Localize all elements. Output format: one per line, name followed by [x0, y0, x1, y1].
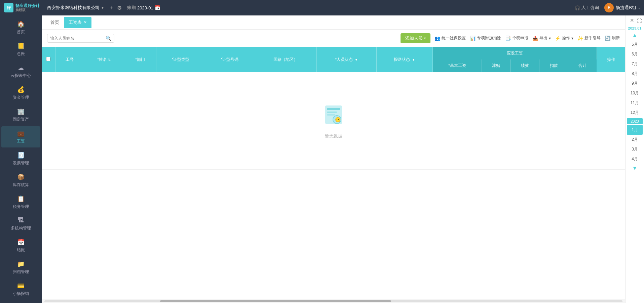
th-salary-group: 应发工资 — [433, 47, 597, 59]
content-area: 首页 工资表 ✕ 🔍 添加人员 ▾ 👥 统一社保设置 — [42, 15, 625, 303]
tax-report-button[interactable]: 📑 个税申报 — [505, 35, 528, 41]
tab-salary[interactable]: 工资表 ✕ — [64, 17, 91, 28]
month-item-9[interactable]: 9月 — [626, 79, 644, 88]
month-item-6[interactable]: 6月 — [626, 49, 644, 59]
special-deduct-button[interactable]: 📊 专项附加扣除 — [470, 35, 501, 41]
sidebar-label-archive: 归档管理 — [13, 269, 29, 275]
th-country: 国籍（地区） — [254, 47, 317, 72]
sidebar-item-finance[interactable]: 💰 资金管理 — [1, 83, 40, 104]
sidebar-item-home[interactable]: 🏠 首页 — [1, 17, 40, 38]
month-item-2[interactable]: 2月 — [626, 135, 644, 144]
sidebar-item-expense[interactable]: 💳 小畅报销 — [1, 279, 40, 300]
svg-rect-1 — [327, 108, 340, 110]
export-icon: 📤 — [532, 36, 538, 41]
toolbar-right: 添加人员 ▾ 👥 统一社保设置 📊 专项附加扣除 📑 个税申报 📤 — [401, 33, 620, 43]
sidebar-item-assets[interactable]: 🏢 固定资产 — [1, 104, 40, 126]
month-item-11[interactable]: 11月 — [626, 98, 644, 108]
sidebar-item-report[interactable]: ☁ 云报表中心 — [1, 61, 40, 82]
sidebar-label-finance: 资金管理 — [13, 95, 29, 100]
operate-icon: ⚡ — [555, 36, 561, 41]
status-filter-icon[interactable]: ▼ — [354, 58, 358, 61]
month-item-5[interactable]: 5月 — [626, 40, 644, 49]
add-company-button[interactable]: ＋ — [109, 4, 114, 11]
export-button[interactable]: 📤 导出 ▾ — [532, 35, 551, 41]
month-scroll: ▲ 5月 6月 7月 8月 9月 10月 11月 12月 2023 1月 2月 … — [626, 31, 644, 303]
sidebar-item-inventory[interactable]: 📦 库存核算 — [1, 170, 40, 191]
expense-icon: 💳 — [17, 282, 25, 290]
ledger-icon: 📒 — [17, 42, 25, 50]
tab-home[interactable]: 首页 — [46, 17, 64, 28]
month-item-7[interactable]: 7月 — [626, 59, 644, 69]
chevron-down-icon[interactable]: ▾ — [102, 5, 104, 10]
month-item-10[interactable]: 10月 — [626, 88, 644, 98]
search-wrap[interactable]: 🔍 — [47, 34, 114, 43]
month-item-4[interactable]: 4月 — [626, 154, 644, 164]
sort-icon[interactable]: ⇅ — [108, 58, 111, 61]
operate-arrow: ▾ — [571, 36, 573, 41]
headset-icon: 🎧 — [575, 5, 580, 10]
month-item-12[interactable]: 12月 — [626, 108, 644, 118]
add-person-label: 添加人员 — [405, 35, 423, 41]
th-submit-status[interactable]: 报送状态 ▼ — [376, 47, 433, 72]
sidebar-label-report: 云报表中心 — [11, 73, 31, 79]
company-name: 西安虾米网络科技有限公司 — [47, 5, 100, 11]
close-panel-button[interactable]: ✕ — [630, 17, 634, 24]
operate-button[interactable]: ⚡ 操作 ▾ — [555, 35, 573, 41]
th-status[interactable]: *人员状态 ▼ — [317, 47, 377, 72]
expand-panel-button[interactable]: ⛶ — [637, 17, 642, 24]
th-id-type: *证型类型 — [156, 47, 205, 72]
sidebar-label-expense: 小畅报销 — [13, 291, 29, 297]
scroll-down-icon[interactable]: ▼ — [626, 164, 644, 173]
social-icon: 👥 — [434, 36, 440, 41]
th-checkbox[interactable] — [42, 47, 55, 72]
inventory-icon: 📦 — [17, 173, 25, 181]
period-value: 2023-01 — [137, 5, 153, 10]
social-insurance-button[interactable]: 👥 统一社保设置 — [434, 35, 466, 41]
report-icon: ☁ — [18, 64, 24, 72]
finance-icon: 💰 — [17, 86, 25, 93]
right-panel: ✕ ⛶ 2023.01 ▲ 5月 6月 7月 8月 9月 10月 11月 12月… — [625, 15, 644, 303]
select-all-checkbox[interactable] — [46, 57, 50, 61]
month-item-3[interactable]: 3月 — [626, 144, 644, 154]
sidebar-item-ledger[interactable]: 📒 总账 — [1, 39, 40, 60]
user-info: B 畅捷通B组... — [604, 3, 640, 12]
month-item-8[interactable]: 8月 — [626, 69, 644, 79]
table-body: 😶 暂无数据 — [42, 72, 625, 170]
sidebar-item-invoice[interactable]: 🧾 发票管理 — [1, 148, 40, 169]
add-person-button[interactable]: 添加人员 ▾ — [401, 33, 430, 43]
social-label: 统一社保设置 — [442, 35, 466, 41]
sidebar-item-salary[interactable]: 💼 工资 — [1, 126, 40, 147]
tab-close-button[interactable]: ✕ — [84, 20, 87, 25]
empty-icon: 😶 — [320, 102, 347, 129]
scroll-track[interactable] — [44, 300, 622, 302]
company-selector[interactable]: 西安虾米网络科技有限公司 ▾ — [47, 5, 104, 11]
invoice-icon: 🧾 — [17, 152, 25, 159]
submit-filter-icon[interactable]: ▼ — [412, 58, 415, 61]
guide-button[interactable]: ✨ 新手引导 — [577, 35, 601, 41]
calendar-icon[interactable]: 📅 — [155, 5, 160, 10]
top-header: 好 畅应通好会计 旗舰版 西安虾米网络科技有限公司 ▾ ＋ ⚙ 账期 2023-… — [0, 0, 644, 15]
svg-rect-2 — [327, 112, 337, 113]
guide-label: 新手引导 — [584, 35, 601, 41]
th-id-no: *证型号码 — [205, 47, 254, 72]
settings-icon[interactable]: ⚙ — [117, 5, 122, 11]
sidebar-label-salary: 工资 — [17, 138, 25, 144]
sidebar-item-multi[interactable]: 🏗 多机构管理 — [1, 214, 40, 234]
sidebar-item-tax[interactable]: 📋 税务管理 — [1, 192, 40, 213]
refresh-button[interactable]: 🔄 刷新 — [605, 35, 620, 41]
table-container: 工号 *姓名 ⇅ *部门 *证型类型 *证型号码 国籍（地区） *人员状态 ▼ — [42, 47, 625, 299]
search-input[interactable] — [50, 36, 104, 41]
month-item-1-active[interactable]: 1月 — [627, 125, 643, 135]
sidebar-item-settings[interactable]: ⚙ 基础设置 — [1, 301, 40, 303]
scroll-up-icon[interactable]: ▲ — [626, 31, 644, 40]
empty-cell: 😶 暂无数据 — [42, 72, 625, 170]
sidebar-item-archive[interactable]: 📁 归档管理 — [1, 257, 40, 278]
service-button[interactable]: 🎧 人工咨询 — [575, 5, 599, 11]
sidebar-label-home: 首页 — [17, 29, 25, 35]
sidebar-item-close[interactable]: 📅 结账 — [1, 235, 40, 256]
th-name[interactable]: *姓名 ⇅ — [84, 47, 124, 72]
logo-area: 好 畅应通好会计 旗舰版 — [4, 3, 44, 12]
sidebar-label-multi: 多机构管理 — [11, 225, 31, 231]
export-arrow: ▾ — [549, 36, 551, 41]
scroll-thumb[interactable] — [160, 300, 391, 302]
